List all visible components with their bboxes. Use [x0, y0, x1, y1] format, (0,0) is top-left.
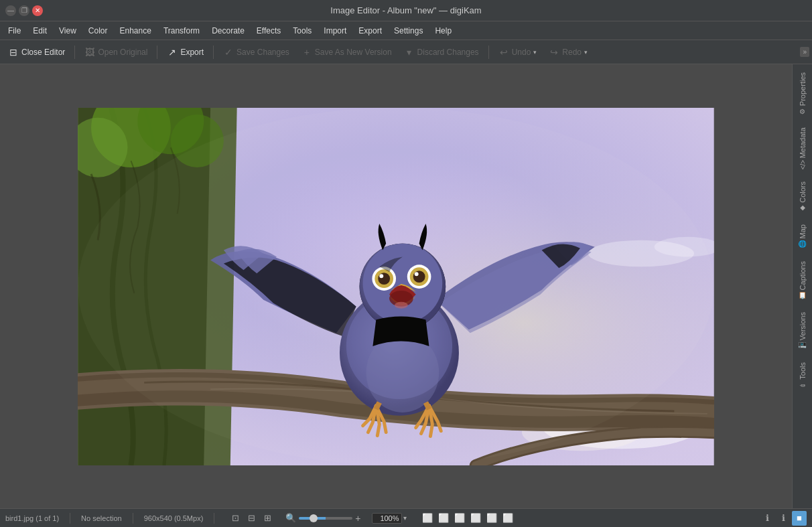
view-mode-4-button[interactable]: ⬜ [468, 511, 483, 526]
menu-effects[interactable]: Effects [251, 24, 286, 37]
view-mode-6-button[interactable]: ⬜ [500, 511, 515, 526]
thumbnail-view-buttons: ⬜ ⬜ ⬜ ⬜ ⬜ ⬜ [420, 511, 515, 526]
zoom-slider[interactable] [299, 517, 352, 520]
status-sep-3 [214, 513, 214, 524]
toolbar: ⊟ Close Editor 🖼 Open Original ↗ Export … [0, 40, 812, 64]
tools-icon: ✏ [799, 382, 806, 389]
metadata-icon: </> [799, 160, 806, 169]
save-as-new-version-button[interactable]: + Save As New Version [296, 45, 397, 60]
menu-help[interactable]: Help [429, 24, 457, 37]
info-button-2[interactable]: ℹ [776, 511, 791, 526]
map-icon: 🌐 [799, 241, 806, 249]
maximize-button[interactable]: ❐ [19, 5, 29, 16]
export-button[interactable]: ↗ Export [161, 45, 209, 60]
menu-decorate[interactable]: Decorate [206, 24, 250, 37]
zoom-value-input[interactable] [372, 513, 402, 524]
svg-point-28 [78, 108, 714, 465]
toolbar-separator-3 [213, 46, 214, 59]
save-changes-icon: ✓ [223, 47, 234, 58]
discard-changes-button[interactable]: ▾ Discard Changes [399, 45, 484, 60]
close-editor-icon: ⊟ [8, 47, 19, 58]
menu-file[interactable]: File [3, 24, 26, 37]
toolbar-separator-1 [74, 46, 75, 59]
menu-settings[interactable]: Settings [389, 24, 428, 37]
zoom-slider-container: 🔍 + [285, 513, 360, 524]
properties-icon: ⚙ [799, 108, 806, 115]
filename-label: bird1.jpg (1 of 1) [5, 514, 59, 522]
versions-tab[interactable]: 📷 Versions [796, 307, 809, 356]
main-content: ⚙ Properties </> Metadata ◆ Colors 🌐 Map… [0, 64, 812, 508]
menu-export[interactable]: Export [353, 24, 387, 37]
properties-tab[interactable]: ⚙ Properties [796, 67, 809, 121]
fit-to-width-button[interactable]: ⊟ [244, 511, 259, 526]
zoom-out-icon[interactable]: 🔍 [285, 513, 296, 523]
title-bar: — ❐ ✕ Image Editor - Album "new" — digiK… [0, 0, 812, 21]
versions-icon: 📷 [799, 342, 806, 350]
fit-to-height-button[interactable]: ⊞ [260, 511, 275, 526]
right-panel: ⚙ Properties </> Metadata ◆ Colors 🌐 Map… [792, 64, 812, 508]
menu-enhance[interactable]: Enhance [115, 24, 157, 37]
zoom-value-box: ▾ [372, 513, 407, 524]
menu-tools[interactable]: Tools [287, 24, 317, 37]
view-mode-5-button[interactable]: ⬜ [484, 511, 499, 526]
status-sep-2 [133, 513, 133, 524]
image-display [78, 108, 714, 465]
zoom-dropdown-arrow[interactable]: ▾ [403, 514, 407, 522]
captions-tab[interactable]: 📋 Captions [796, 256, 809, 305]
zoom-in-icon[interactable]: + [355, 513, 360, 524]
colors-tab[interactable]: ◆ Colors [796, 176, 809, 218]
undo-icon: ↩ [498, 47, 509, 58]
undo-dropdown-arrow: ▾ [533, 49, 537, 56]
captions-icon: 📋 [799, 292, 806, 300]
undo-button[interactable]: ↩ Undo ▾ [493, 45, 543, 60]
toolbar-separator-4 [488, 46, 489, 59]
menu-import[interactable]: Import [318, 24, 352, 37]
view-mode-3-button[interactable]: ⬜ [452, 511, 467, 526]
fit-to-window-button[interactable]: ⊡ [228, 511, 243, 526]
info-buttons: ℹ ℹ ■ [760, 511, 807, 526]
menu-bar: File Edit View Color Enhance Transform D… [0, 21, 812, 40]
redo-dropdown-arrow: ▾ [584, 49, 588, 56]
minimize-button[interactable]: — [5, 5, 16, 16]
export-icon: ↗ [167, 47, 178, 58]
menu-edit[interactable]: Edit [27, 24, 52, 37]
menu-view[interactable]: View [54, 24, 82, 37]
redo-button[interactable]: ↪ Redo ▾ [543, 45, 593, 60]
map-tab[interactable]: 🌐 Map [796, 219, 809, 254]
selection-label: No selection [81, 514, 122, 522]
save-changes-button[interactable]: ✓ Save Changes [218, 45, 295, 60]
close-editor-button[interactable]: ⊟ Close Editor [3, 45, 70, 60]
canvas-area[interactable] [0, 64, 792, 508]
image-container [78, 108, 714, 465]
close-button[interactable]: ✕ [32, 5, 43, 16]
metadata-tab[interactable]: </> Metadata [796, 122, 809, 175]
status-sep-1 [70, 513, 70, 524]
tools-tab[interactable]: ✏ Tools [796, 357, 809, 394]
status-bar: bird1.jpg (1 of 1) No selection 960x540 … [0, 508, 812, 527]
toolbar-expand-button[interactable]: » [800, 47, 809, 57]
color-palette-button[interactable]: ■ [792, 511, 807, 526]
view-mode-2-button[interactable]: ⬜ [436, 511, 451, 526]
toolbar-separator-2 [157, 46, 157, 59]
menu-color[interactable]: Color [83, 24, 113, 37]
view-mode-1-button[interactable]: ⬜ [420, 511, 435, 526]
view-icons: ⊡ ⊟ ⊞ [228, 511, 275, 526]
window-title: Image Editor - Album "new" — digiKam [46, 5, 766, 15]
info-button-1[interactable]: ℹ [760, 511, 774, 526]
open-original-icon: 🖼 [84, 47, 95, 58]
redo-icon: ↪ [549, 47, 559, 58]
open-original-button[interactable]: 🖼 Open Original [79, 45, 153, 60]
menu-transform[interactable]: Transform [158, 24, 205, 37]
dimensions-label: 960x540 (0.5Mpx) [144, 514, 204, 522]
discard-changes-icon: ▾ [404, 47, 415, 58]
colors-icon: ◆ [799, 205, 806, 212]
save-new-version-icon: + [301, 47, 312, 58]
